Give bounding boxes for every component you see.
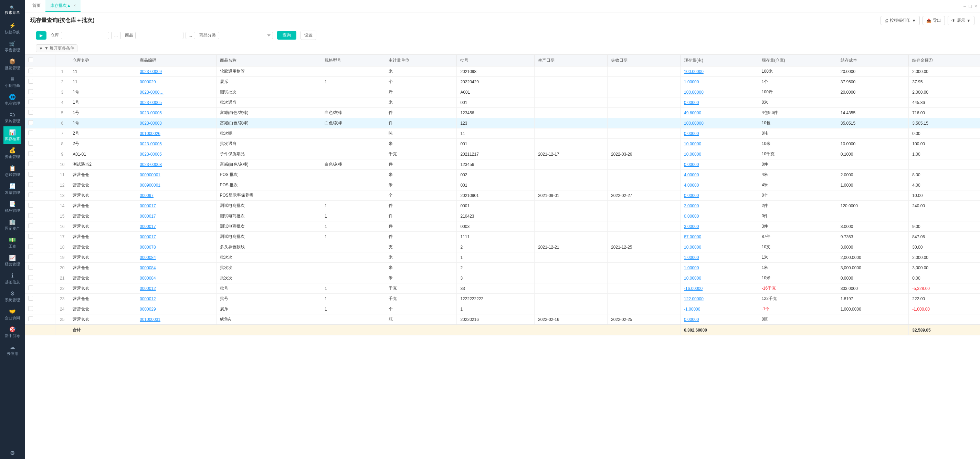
warehouse-ellipsis-button[interactable]: ... [111,32,121,39]
qty-main-link[interactable]: 100.00000 [684,69,703,74]
goods-code-link[interactable]: 001000031 [140,317,161,322]
row-checkbox[interactable] [28,99,33,104]
row-checkbox[interactable] [28,131,33,135]
print-button[interactable]: 🖨 按模板打印 ▼ [881,16,920,25]
goods-code-link[interactable]: 0000012 [140,286,156,291]
row-checkbox[interactable] [28,223,33,228]
sidebar-item-4[interactable]: 🌐电商管理 [3,91,21,109]
goods-code-link[interactable]: 000097 [140,193,154,198]
goods-ellipsis-button[interactable]: ... [186,32,195,39]
row-checkbox[interactable] [28,306,33,311]
sidebar-item-5[interactable]: 🛍采购管理 [3,109,21,126]
row-checkbox[interactable] [28,244,33,249]
goods-code-link[interactable]: 0023-00005 [140,142,162,147]
goods-code-link[interactable]: 0000078 [140,245,156,250]
col-qty-main-header[interactable]: 现存量(主) [681,55,758,67]
row-checkbox[interactable] [28,203,33,208]
sidebar-item-7[interactable]: 💰资金管理 [3,144,21,162]
goods-code-link[interactable]: 0023-00005 [140,100,162,105]
qty-main-link[interactable]: 3.00000 [684,224,699,229]
goods-code-link[interactable]: 0000084 [140,266,156,270]
tab-inventory-batch[interactable]: 库存批次▲ × [45,0,81,12]
sidebar-item-17[interactable]: 🎯新手引导 [3,324,21,341]
row-checkbox[interactable] [28,265,33,269]
goods-code-link[interactable]: 000900001 [140,183,161,188]
qty-main-link[interactable]: 122.00000 [684,296,703,301]
col-total-cost-header[interactable]: 结存金额① [909,55,980,67]
qty-main-link[interactable]: 0.00000 [684,193,699,198]
goods-code-link[interactable]: 0023-00008 [140,162,162,167]
goods-input[interactable] [135,32,183,39]
sidebar-item-10[interactable]: 📑税务管理 [3,198,21,216]
goods-code-link[interactable]: 0000084 [140,255,156,260]
qty-main-link[interactable]: 10.00000 [684,142,701,147]
tab-close-icon[interactable]: × [73,3,76,8]
col-goods-code-header[interactable]: 商品编码 [136,55,216,67]
sidebar-item-9[interactable]: 🧾发票管理 [3,180,21,198]
row-checkbox[interactable] [28,161,33,166]
sidebar-item-1[interactable]: 🛒零售管理 [3,38,21,56]
goods-code-link[interactable]: 0000017 [140,224,156,229]
col-warehouse-header[interactable]: 仓库名称 [69,55,136,67]
col-expire-date-header[interactable]: 失效日期 [608,55,681,67]
close-button[interactable]: × [975,3,977,9]
row-checkbox[interactable] [28,316,33,321]
qty-main-link[interactable]: 0.00000 [684,162,699,167]
warehouse-input[interactable] [61,32,109,39]
setting-button[interactable]: 设置 [301,31,317,40]
sidebar-item-8[interactable]: 📋总账管理 [3,162,21,180]
qty-main-link[interactable]: 1.00000 [684,255,699,260]
goods-code-link[interactable]: 0000017 [140,234,156,239]
col-goods-name-header[interactable]: 商品名称 [216,55,321,67]
sidebar-item-6[interactable]: 📊库存核算 [3,126,21,144]
sidebar-item-12[interactable]: 💵工资 [3,234,21,252]
sidebar-item-2[interactable]: 📦批发管理 [3,56,21,73]
qty-main-link[interactable]: -16.00000 [684,286,703,291]
qty-main-link[interactable]: 0.00000 [684,214,699,219]
sidebar-item-13[interactable]: 📈经营管理 [3,252,21,269]
expand-more-button[interactable]: ▼ ▼ 展开更多条件 [36,45,78,53]
row-checkbox[interactable] [28,141,33,146]
col-prod-date-header[interactable]: 生产日期 [535,55,608,67]
row-checkbox[interactable] [28,182,33,187]
col-unit-header[interactable]: 主计量单位 [385,55,457,67]
qty-main-link[interactable]: 0.00000 [684,131,699,136]
select-all-checkbox[interactable] [28,57,33,62]
row-checkbox[interactable] [28,151,33,156]
qty-main-link[interactable]: 100.00000 [684,90,703,95]
row-checkbox[interactable] [28,79,33,84]
row-checkbox[interactable] [28,234,33,239]
qty-main-link[interactable]: 87.00000 [684,234,701,239]
qty-main-link[interactable]: 10.00000 [684,152,701,157]
minimize-button[interactable]: − [963,3,966,9]
goods-code-link[interactable]: 0000029 [140,307,156,312]
goods-code-link[interactable]: 0000012 [140,296,156,301]
qty-main-link[interactable]: 0.00000 [684,317,699,322]
row-checkbox[interactable] [28,275,33,280]
sidebar-item-14[interactable]: ℹ基础信息 [3,269,21,287]
goods-code-link[interactable]: 0023-00008 [140,121,162,126]
qty-main-link[interactable]: 10.00000 [684,245,701,250]
row-checkbox[interactable] [28,69,33,73]
goods-code-link[interactable]: 000900001 [140,172,161,177]
qty-main-link[interactable]: 1.00000 [684,266,699,270]
query-button[interactable]: 查询 [277,31,296,40]
row-checkbox[interactable] [28,120,33,125]
sidebar-item-0[interactable]: ⚡快捷导航 [3,20,21,38]
row-checkbox[interactable] [28,213,33,218]
goods-code-link[interactable]: 0000084 [140,276,156,280]
row-checkbox[interactable] [28,296,33,301]
display-button[interactable]: 👁 展示 ▼ [948,16,975,25]
goods-code-link[interactable]: 001000026 [140,131,161,136]
goods-code-link[interactable]: 0000017 [140,214,156,219]
sidebar-item-3[interactable]: 🖥小批电商 [3,73,21,91]
sidebar-settings[interactable]: ⚙ [0,447,25,459]
row-checkbox[interactable] [28,172,33,177]
qty-main-link[interactable]: 0.00000 [684,100,699,105]
goods-code-link[interactable]: 0023-0000… [140,90,164,95]
col-spec-header[interactable]: 规格型号 [321,55,385,67]
export-button[interactable]: 📤 导出 [923,16,945,25]
qty-main-link[interactable]: 4.00000 [684,183,699,188]
sidebar-item-15[interactable]: ⚙系统管理 [3,287,21,305]
qty-main-link[interactable]: 2.00000 [684,204,699,208]
